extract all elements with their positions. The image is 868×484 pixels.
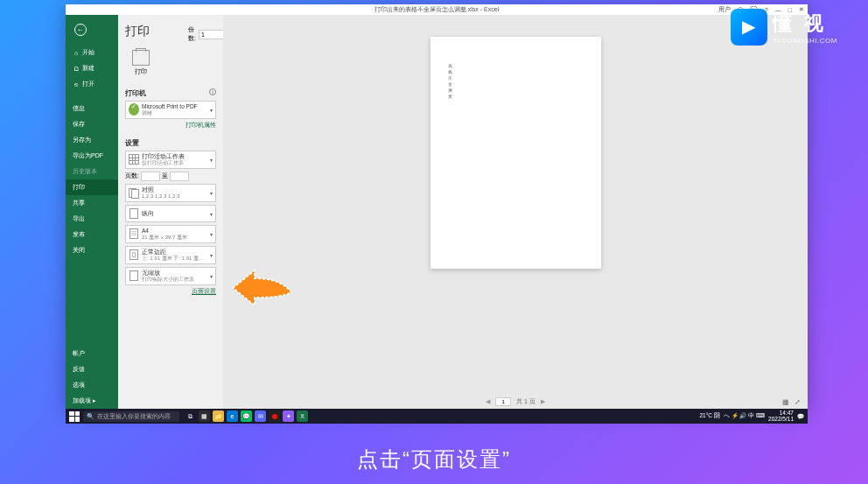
printer-properties-link[interactable]: 打印机属性	[125, 122, 216, 130]
taskview-icon[interactable]: ⧉	[185, 410, 196, 422]
preview-pager: ◀ 共 1 页 ▶	[486, 397, 545, 406]
app-icon-4[interactable]: ✉	[255, 410, 266, 422]
edge-icon[interactable]: e	[227, 410, 238, 422]
printer-dropdown[interactable]: Microsoft Print to PDF就绪	[125, 101, 216, 119]
document-title: 打印出来的表格不全屏页怎么调整.xlsx - Excel	[374, 5, 499, 14]
sidebar-item-print[interactable]: 打印	[66, 179, 118, 195]
sidebar-item-close[interactable]: 关闭	[66, 242, 118, 258]
file-explorer-icon[interactable]: 📁	[213, 410, 224, 422]
collate-dropdown[interactable]: 对照1,2,3 1,2,3 1,2,3	[125, 184, 216, 202]
info-icon[interactable]: i	[209, 88, 216, 95]
margin-icon	[130, 249, 138, 260]
start-button[interactable]	[69, 411, 80, 422]
collate-icon	[129, 188, 139, 197]
system-tray[interactable]: へ ⚡ 🔊 中 ⌨	[724, 412, 765, 420]
sidebar-item-save[interactable]: 保存	[66, 116, 118, 132]
sidebar-item-new[interactable]: 🗋新建	[66, 60, 118, 76]
print-button[interactable]: 打印	[125, 46, 157, 80]
sidebar-item-history[interactable]: 历史版本	[66, 164, 118, 179]
brand-logo-icon	[731, 9, 767, 46]
titlebar: 打印出来的表格不全屏页怎么调整.xlsx - Excel 用户 ⬡ 💬 ? — …	[66, 4, 808, 15]
paper-size-dropdown[interactable]: A421 厘米 x 29.7 厘米	[125, 225, 216, 243]
clock[interactable]: 14:47 2022/5/11	[768, 410, 794, 422]
sidebar-item-options[interactable]: 选项	[66, 377, 118, 393]
open-icon: ⎋	[73, 81, 80, 88]
sidebar-item-publish[interactable]: 发布	[66, 227, 118, 242]
app-icon-6[interactable]: ✦	[283, 410, 294, 422]
taskbar: 🔍 在这里输入你要搜索的内容 ⧉ ▦ 📁 e 💬 ✉ ✦ X 21°C 阴 へ …	[66, 409, 808, 424]
home-icon: ⌂	[73, 50, 80, 56]
back-arrow-button[interactable]: ←	[74, 24, 87, 36]
printer-status-icon	[129, 103, 139, 116]
page-icon	[130, 228, 138, 239]
excel-icon[interactable]: X	[297, 410, 308, 422]
taskbar-search[interactable]: 🔍 在这里输入你要搜索的内容	[83, 411, 179, 422]
sidebar-item-home[interactable]: ⌂开始	[66, 45, 118, 60]
weather-widget[interactable]: 21°C 阴	[700, 412, 720, 420]
orientation-dropdown[interactable]: 纵向	[125, 205, 216, 222]
prev-page-button[interactable]: ◀	[486, 398, 490, 405]
settings-section-label: 设置	[125, 138, 216, 148]
pages-to-label: 至	[162, 172, 168, 180]
sidebar-item-share[interactable]: 共享	[66, 195, 118, 211]
app-icon-1[interactable]: ▦	[199, 410, 210, 422]
show-margins-button[interactable]: ▦	[782, 398, 789, 406]
pages-from-input[interactable]	[141, 172, 160, 181]
grid-icon	[129, 154, 139, 165]
sidebar-item-account[interactable]: 帐户	[66, 346, 118, 361]
user-label[interactable]: 用户	[718, 5, 731, 14]
portrait-icon	[130, 208, 138, 219]
new-icon: 🗋	[73, 66, 80, 72]
notification-icon[interactable]: 💬	[797, 413, 804, 420]
next-page-button[interactable]: ▶	[541, 398, 545, 405]
page-total-label: 共 1 页	[516, 397, 536, 406]
brand-url: 51DONGSHI.COM	[773, 37, 837, 45]
sidebar-item-feedback[interactable]: 反馈	[66, 361, 118, 377]
pages-label: 页数:	[125, 172, 139, 180]
current-page-input[interactable]	[495, 397, 511, 406]
printer-section-label: 打印机i	[125, 88, 216, 98]
scale-icon	[130, 270, 138, 281]
print-options-panel: 打印 打印 份数: 打印机i Microsoft Print to PDF就绪	[118, 15, 223, 409]
sidebar-item-exportpdf[interactable]: 导出为PDF	[66, 148, 118, 164]
sidebar-item-info[interactable]: 信息	[66, 101, 118, 116]
sidebar-item-open[interactable]: ⎋打开	[66, 76, 118, 92]
copies-label: 份数:	[188, 25, 196, 43]
margins-dropdown[interactable]: 正常边距上: 1.91 厘米 下: 1.91 厘…	[125, 246, 216, 264]
printer-icon	[132, 50, 150, 66]
tutorial-subtitle: 点击“页面设置”	[357, 445, 511, 473]
record-icon[interactable]	[269, 410, 280, 422]
sidebar-item-addins[interactable]: 加载项 ▸	[66, 393, 118, 409]
zoom-to-page-button[interactable]: ⤢	[794, 398, 801, 406]
print-area-dropdown[interactable]: 打印活动工作表仅打印活动工作表	[125, 151, 216, 169]
scaling-dropdown[interactable]: 无缩放打印实际大小的工作表	[125, 267, 216, 285]
sidebar-item-saveas[interactable]: 另存为	[66, 132, 118, 148]
brand-name: 懂 视	[773, 11, 837, 37]
page-content: 表 格 不 全 屏 页	[448, 63, 601, 100]
wechat-icon[interactable]: 💬	[241, 410, 252, 422]
excel-window: 打印出来的表格不全屏页怎么调整.xlsx - Excel 用户 ⬡ 💬 ? — …	[66, 4, 808, 409]
copies-input[interactable]	[199, 30, 225, 39]
print-preview: 表 格 不 全 屏 页 ◀ 共 1 页 ▶ ▦ ⤢	[223, 15, 808, 409]
page-setup-link[interactable]: 页面设置	[125, 288, 216, 296]
sidebar-item-export[interactable]: 导出	[66, 211, 118, 227]
pages-to-input[interactable]	[170, 172, 189, 181]
preview-page: 表 格 不 全 屏 页	[430, 37, 601, 269]
brand-watermark: 懂 视 51DONGSHI.COM	[731, 9, 837, 46]
backstage-sidebar: ← ⌂开始 🗋新建 ⎋打开 信息 保存 另存为 导出为PDF 历史版本 打印 共…	[66, 15, 118, 409]
search-icon: 🔍	[87, 413, 94, 420]
